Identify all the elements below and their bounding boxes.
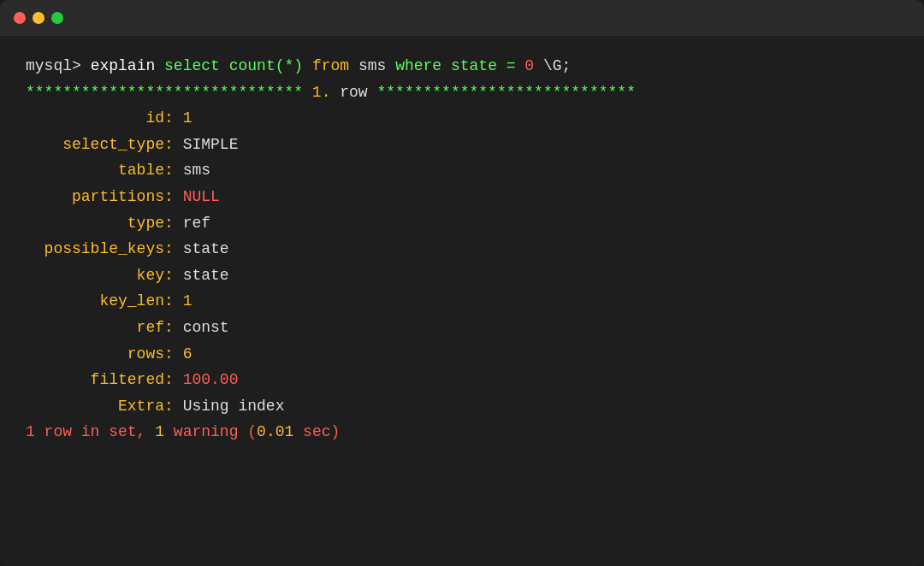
command-end: \G; — [534, 57, 571, 74]
select-keyword: select — [164, 57, 229, 74]
stars-left: ****************************** — [26, 84, 303, 101]
footer-prefix: 1 row in set, — [26, 423, 155, 440]
minimize-dot[interactable] — [33, 12, 44, 24]
titlebar — [0, 0, 924, 36]
field-value-rows: 6 — [174, 345, 192, 363]
field-value-ref: const — [174, 319, 229, 336]
field-value-possible-keys: state — [174, 240, 229, 257]
field-rows: rows: 6 — [26, 341, 898, 368]
field-value-partitions: NULL — [174, 188, 220, 205]
explain-keyword: explain — [91, 57, 164, 74]
field-label-filtered: filtered: — [26, 371, 174, 388]
field-label-key: key: — [26, 267, 174, 284]
footer-warning-num: 1 — [155, 423, 164, 440]
field-label-select-type: select_type: — [26, 136, 174, 153]
field-label-possible-keys: possible_keys: — [26, 240, 174, 257]
field-type: type: ref — [26, 210, 898, 237]
field-possible-keys: possible_keys: state — [26, 236, 898, 262]
row-label: row — [330, 84, 376, 101]
field-key: key: state — [26, 262, 898, 289]
count-func: count(*) — [229, 57, 312, 74]
footer-sec: sec) — [293, 423, 340, 440]
maximize-dot[interactable] — [51, 12, 63, 24]
field-key-len: key_len: 1 — [26, 288, 898, 315]
field-label-rows: rows: — [26, 345, 174, 363]
field-value-filtered: 100.00 — [174, 371, 239, 388]
terminal-window: mysql> explain select count(*) from sms … — [0, 0, 924, 566]
field-label-extra: Extra: — [26, 398, 174, 415]
field-label-table: table: — [26, 162, 174, 179]
field-value-id: 1 — [174, 109, 192, 127]
field-label-ref: ref: — [26, 319, 174, 336]
close-dot[interactable] — [14, 12, 26, 24]
command-line: mysql> explain select count(*) from sms … — [26, 53, 898, 80]
field-select-type: select_type: SIMPLE — [26, 132, 898, 158]
from-keyword: from — [312, 57, 358, 74]
field-value-key: state — [174, 267, 229, 284]
field-partitions: partitions: NULL — [26, 184, 898, 210]
field-label-type: type: — [26, 215, 174, 232]
field-label-partitions: partitions: — [26, 188, 174, 205]
field-ref: ref: const — [26, 315, 898, 341]
table-name: sms — [358, 57, 395, 74]
field-table: table: sms — [26, 157, 898, 184]
footer-warning-text: warning ( — [164, 423, 257, 440]
stars-right: **************************** — [376, 84, 635, 101]
where-keyword: where — [395, 57, 451, 74]
terminal-body: mysql> explain select count(*) from sms … — [0, 36, 924, 566]
field-extra: Extra: Using index — [26, 393, 898, 420]
state-eq: state = — [451, 57, 524, 74]
field-value-table: sms — [174, 162, 210, 179]
field-id: id: 1 — [26, 105, 898, 132]
zero-value: 0 — [524, 57, 534, 74]
footer-line: 1 row in set, 1 warning (0.01 sec) — [26, 419, 898, 445]
field-filtered: filtered: 100.00 — [26, 367, 898, 393]
prompt: mysql> — [26, 57, 91, 74]
field-value-extra: Using index — [174, 398, 285, 415]
field-label-id: id: — [26, 109, 174, 127]
row-number: 1. — [303, 84, 330, 101]
field-value-select-type: SIMPLE — [174, 136, 239, 153]
footer-time: 0.01 — [257, 423, 293, 440]
field-value-key-len: 1 — [174, 292, 192, 310]
field-value-type: ref — [174, 215, 210, 232]
field-label-key-len: key_len: — [26, 292, 174, 310]
separator-line: ****************************** 1. row **… — [26, 80, 898, 106]
